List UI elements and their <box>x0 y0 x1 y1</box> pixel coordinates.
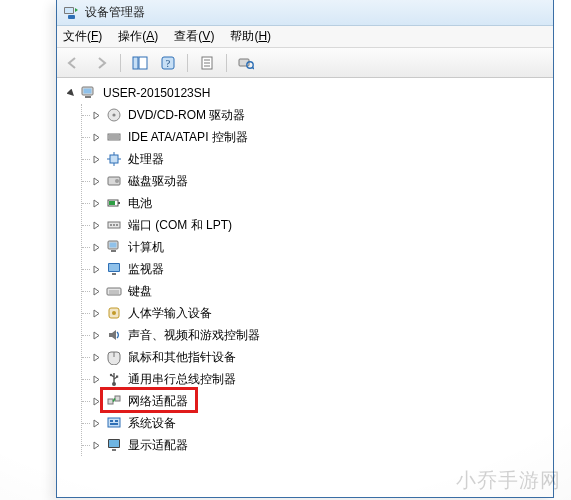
svg-point-33 <box>110 224 112 226</box>
menu-help-accel: H <box>258 29 267 43</box>
svg-rect-61 <box>112 449 116 451</box>
properties-button[interactable] <box>195 52 219 74</box>
tree-node-display[interactable]: 显示适配器 <box>90 434 551 456</box>
expander-icon[interactable] <box>90 175 102 187</box>
tree-node-label: 显示适配器 <box>126 437 190 454</box>
svg-rect-53 <box>115 396 120 401</box>
menu-view-label: 查看 <box>174 29 198 43</box>
svg-point-50 <box>110 374 112 376</box>
expander-icon[interactable] <box>90 197 102 209</box>
menu-file[interactable]: 文件(F) <box>63 28 102 45</box>
svg-rect-20 <box>109 136 119 137</box>
menu-action[interactable]: 操作(A) <box>118 28 158 45</box>
expander-icon[interactable] <box>90 241 102 253</box>
svg-rect-40 <box>109 264 119 271</box>
back-button[interactable] <box>61 52 85 74</box>
expander-icon[interactable] <box>90 219 102 231</box>
toolbar-separator <box>120 54 121 72</box>
expander-icon[interactable] <box>90 307 102 319</box>
svg-rect-4 <box>139 57 147 69</box>
expander-icon[interactable] <box>90 373 102 385</box>
device-manager-window: 设备管理器 文件(F) 操作(A) 查看(V) 帮助(H) <box>56 0 554 498</box>
device-tree[interactable]: USER-20150123SH DVD/CD-ROM 驱动器IDE ATA/AT… <box>57 78 553 497</box>
monitor-icon <box>106 261 122 277</box>
tree-node-mouse[interactable]: 鼠标和其他指针设备 <box>90 346 551 368</box>
tree-node-label: IDE ATA/ATAPI 控制器 <box>126 129 250 146</box>
tree-node-system[interactable]: 系统设备 <box>90 412 551 434</box>
svg-rect-51 <box>116 376 118 378</box>
svg-rect-15 <box>84 89 92 94</box>
tree-node-dvd[interactable]: DVD/CD-ROM 驱动器 <box>90 104 551 126</box>
svg-line-13 <box>252 67 254 69</box>
tree-root-node[interactable]: USER-20150123SH <box>59 82 551 104</box>
menu-file-accel: F <box>91 29 98 43</box>
tree-node-label: 人体学输入设备 <box>126 305 214 322</box>
expander-icon[interactable] <box>90 439 102 451</box>
svg-point-18 <box>112 113 115 116</box>
tree-node-disk[interactable]: 磁盘驱动器 <box>90 170 551 192</box>
tree-node-label: 声音、视频和游戏控制器 <box>126 327 262 344</box>
svg-text:?: ? <box>166 58 171 69</box>
svg-rect-52 <box>108 399 113 404</box>
expander-icon[interactable] <box>90 153 102 165</box>
svg-rect-22 <box>110 155 118 163</box>
tree-node-label: 计算机 <box>126 239 166 256</box>
expander-icon[interactable] <box>90 329 102 341</box>
svg-rect-37 <box>110 243 117 248</box>
svg-rect-16 <box>85 96 91 98</box>
disc-icon <box>106 107 122 123</box>
svg-point-28 <box>115 179 119 183</box>
expander-icon[interactable] <box>90 417 102 429</box>
menu-view-accel: V <box>202 29 210 43</box>
tree-node-cpu[interactable]: 处理器 <box>90 148 551 170</box>
expander-icon[interactable] <box>90 263 102 275</box>
toolbar: ? <box>57 48 553 78</box>
svg-rect-3 <box>133 57 138 69</box>
menu-help-label: 帮助 <box>230 29 254 43</box>
expander-icon[interactable] <box>90 351 102 363</box>
tree-node-net[interactable]: 网络适配器 <box>90 390 551 412</box>
tree-node-ports[interactable]: 端口 (COM 和 LPT) <box>90 214 551 236</box>
tree-node-label: DVD/CD-ROM 驱动器 <box>126 107 247 124</box>
window-title: 设备管理器 <box>85 4 145 21</box>
expander-icon[interactable] <box>90 109 102 121</box>
svg-rect-55 <box>108 418 120 427</box>
svg-rect-38 <box>111 250 116 252</box>
tree-node-label: 鼠标和其他指针设备 <box>126 349 238 366</box>
svg-rect-41 <box>112 273 116 275</box>
svg-rect-1 <box>65 8 73 13</box>
svg-rect-31 <box>109 201 115 205</box>
battery-icon <box>106 195 122 211</box>
titlebar: 设备管理器 <box>57 0 553 26</box>
menu-action-label: 操作 <box>118 29 142 43</box>
menu-help[interactable]: 帮助(H) <box>230 28 271 45</box>
show-hide-tree-button[interactable] <box>128 52 152 74</box>
menu-file-label: 文件 <box>63 29 87 43</box>
tree-node-keyboard[interactable]: 键盘 <box>90 280 551 302</box>
display-icon <box>106 437 122 453</box>
svg-rect-57 <box>115 420 118 422</box>
expander-icon[interactable] <box>90 395 102 407</box>
tree-node-computer[interactable]: 计算机 <box>90 236 551 258</box>
tree-node-battery[interactable]: 电池 <box>90 192 551 214</box>
expander-icon[interactable] <box>65 87 77 99</box>
tree-root-label: USER-20150123SH <box>101 86 212 100</box>
tree-node-usb[interactable]: 通用串行总线控制器 <box>90 368 551 390</box>
help-button[interactable]: ? <box>156 52 180 74</box>
tree-node-hid[interactable]: 人体学输入设备 <box>90 302 551 324</box>
tree-node-sound[interactable]: 声音、视频和游戏控制器 <box>90 324 551 346</box>
scan-hardware-button[interactable] <box>234 52 258 74</box>
usb-icon <box>106 371 122 387</box>
cpu-icon <box>106 151 122 167</box>
expander-icon[interactable] <box>90 131 102 143</box>
forward-button[interactable] <box>89 52 113 74</box>
menu-view[interactable]: 查看(V) <box>174 28 214 45</box>
svg-rect-56 <box>110 420 113 422</box>
tree-node-ide[interactable]: IDE ATA/ATAPI 控制器 <box>90 126 551 148</box>
expander-icon[interactable] <box>90 285 102 297</box>
tree-node-monitor[interactable]: 监视器 <box>90 258 551 280</box>
svg-rect-19 <box>108 134 120 140</box>
tree-node-label: 通用串行总线控制器 <box>126 371 238 388</box>
menu-action-accel: A <box>146 29 154 43</box>
svg-point-34 <box>113 224 115 226</box>
